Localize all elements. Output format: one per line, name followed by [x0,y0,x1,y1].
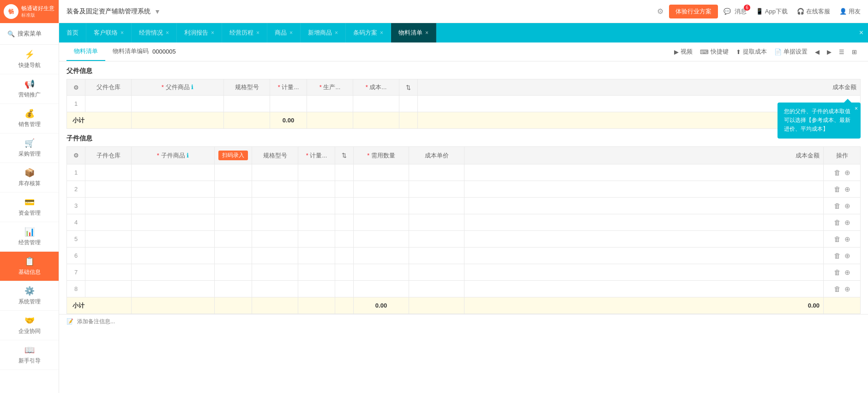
child-row-2-goods[interactable] [132,181,215,198]
child-info-section: 子件信息 ⚙ 子件仓库 * 子件商品 ℹ 扫码录入 [59,129,868,314]
sidebar-item-quick-nav[interactable]: ⚡ 快捷导航 [0,45,59,74]
child-row-2-warehouse[interactable] [85,181,132,198]
finance-icon: 💳 [24,197,35,207]
parent-row-1-cost[interactable] [353,96,399,112]
child-row-2-spec[interactable] [252,181,298,198]
app-download-button[interactable]: 📱 App下载 [756,7,788,16]
sidebar-item-operation[interactable]: 📊 经营管理 [0,222,59,252]
child-row-1-cost-amount [464,164,824,181]
shortcut-button[interactable]: ⌨ 快捷键 [700,48,729,56]
tab-close-goods[interactable]: × [289,30,293,36]
tab-barcode[interactable]: 条码方案 × [346,23,391,42]
parent-subtotal-empty-3 [307,112,353,129]
delete-icon[interactable]: 🗑 [834,252,841,260]
delete-icon[interactable]: 🗑 [834,185,841,193]
sub-nav-bom-list[interactable]: 物料清单 [66,42,105,61]
tab-bom[interactable]: 物料清单 × [391,23,436,42]
tab-close-bom[interactable]: × [425,30,428,36]
tab-close-add-goods[interactable]: × [335,30,338,36]
scan-input-button[interactable]: 扫码录入 [218,151,248,160]
copy-icon[interactable]: ⊕ [844,185,850,193]
single-setting-button[interactable]: 📄 单据设置 [774,48,808,56]
tab-operation-status[interactable]: 经营情况 × [132,23,177,42]
table-row: 5 🗑⊕ [67,231,861,248]
parent-row-1-warehouse[interactable] [85,96,132,112]
delete-icon[interactable]: 🗑 [834,268,841,276]
parent-col-cost-amount: 成本金额 [418,79,861,96]
sidebar-item-marketing[interactable]: 📢 营销推广 [0,74,59,104]
tab-close-profit-report[interactable]: × [211,30,214,36]
copy-icon[interactable]: ⊕ [844,235,850,243]
tab-profit-report[interactable]: 利润报告 × [177,23,222,42]
tab-close-customer[interactable]: × [121,30,124,36]
extract-cost-button[interactable]: ⬆ 提取成本 [736,48,767,56]
sidebar-item-basic[interactable]: 📋 基础信息 [0,252,59,281]
message-button[interactable]: 💬 6 消息 [723,7,747,16]
child-col-spec: 规格型号 [252,147,298,164]
bottom-note: 📝 [59,314,868,328]
view-button[interactable]: ▶ 视频 [674,48,693,56]
tab-close-operation-history[interactable]: × [256,30,259,36]
parent-col-goods: * 父件商品 ℹ [132,79,224,96]
parent-row-1-unit[interactable] [270,96,307,112]
child-row-2-required-qty[interactable] [354,181,409,198]
delete-icon[interactable]: 🗑 [834,285,841,293]
tooltip-close-button[interactable]: × [855,104,858,113]
parent-row-1-goods[interactable] [132,96,224,112]
nav-next-button[interactable]: ▶ [827,48,832,55]
child-row-1-goods[interactable] [132,164,215,181]
copy-icon[interactable]: ⊕ [844,202,850,210]
expand-button[interactable]: ⊞ [852,48,857,55]
tab-goods[interactable]: 商品 × [267,23,301,42]
dropdown-icon: ▼ [154,8,161,15]
tab-home[interactable]: 首页 [59,23,86,42]
headset-icon: 🎧 [797,8,804,15]
tab-close-barcode[interactable]: × [380,30,383,36]
sidebar-item-enterprise[interactable]: 🤝 企业协同 [0,311,59,340]
parent-col-settings[interactable]: ⚙ [67,79,85,96]
logo-text: 畅通诸好生意 标准版 [21,5,54,18]
search-menu-button[interactable]: 🔍 搜索菜单 [4,27,55,41]
sidebar-item-guide[interactable]: 📖 新手引导 [0,340,59,370]
child-row-1-required-qty[interactable] [354,164,409,181]
user-menu[interactable]: 👤 用友 [839,7,861,16]
tab-close-operation-status[interactable]: × [166,30,169,36]
sidebar-item-system[interactable]: ⚙️ 系统管理 [0,281,59,311]
delete-icon[interactable]: 🗑 [834,235,841,243]
enterprise-icon: 🤝 [24,315,35,326]
sidebar-item-finance[interactable]: 💳 资金管理 [0,193,59,222]
child-row-1-spec[interactable] [252,164,298,181]
sidebar-item-purchase[interactable]: 🛒 采购管理 [0,133,59,163]
nav-close-all[interactable]: × [855,29,868,37]
tab-operation-history[interactable]: 经营历程 × [222,23,267,42]
child-row-1-unit[interactable] [298,164,335,181]
copy-icon[interactable]: ⊕ [844,252,850,260]
child-col-scan[interactable]: 扫码录入 [215,147,252,164]
copy-icon[interactable]: ⊕ [844,169,850,177]
copy-icon[interactable]: ⊕ [844,218,850,227]
parent-row-1-production[interactable] [307,96,353,112]
nav-prev-button[interactable]: ◀ [815,48,820,55]
tab-customer[interactable]: 客户联络 × [86,23,132,42]
note-input[interactable] [77,318,169,325]
sidebar-item-sales[interactable]: 💰 销售管理 [0,104,59,133]
delete-icon[interactable]: 🗑 [834,202,841,210]
copy-icon[interactable]: ⊕ [844,285,850,293]
parent-subtotal-unit-value: 0.00 [270,112,307,129]
settings-icon[interactable]: ⚙ [657,7,663,16]
trial-button[interactable]: 体验行业方案 [669,5,718,18]
child-row-1-warehouse[interactable] [85,164,132,181]
tab-add-goods[interactable]: 新增商品 × [301,23,346,42]
copy-icon[interactable]: ⊕ [844,268,850,277]
message-icon: 💬 [723,8,731,15]
parent-row-1-spec[interactable] [224,96,270,112]
child-col-settings[interactable]: ⚙ [67,147,85,164]
child-row-2-unit-cost[interactable] [409,181,464,198]
list-view-button[interactable]: ☰ [839,48,844,55]
child-row-1-unit-cost[interactable] [409,164,464,181]
child-row-2-unit[interactable] [298,181,335,198]
sidebar-item-inventory[interactable]: 📦 库存核算 [0,163,59,193]
delete-icon[interactable]: 🗑 [834,169,841,176]
online-support-button[interactable]: 🎧 在线客服 [797,7,830,16]
delete-icon[interactable]: 🗑 [834,218,841,226]
